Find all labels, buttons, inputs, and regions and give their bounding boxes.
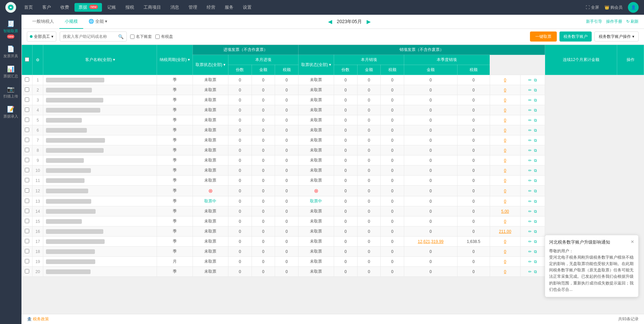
row-checkbox[interactable] bbox=[25, 199, 29, 203]
edit-btn[interactable]: ✏ bbox=[528, 88, 532, 92]
copy-btn[interactable]: ⧉ bbox=[534, 178, 537, 183]
copy-btn[interactable]: ⧉ bbox=[534, 148, 537, 153]
row-checkbox-cell[interactable] bbox=[22, 186, 33, 196]
row-checkbox[interactable] bbox=[25, 87, 29, 92]
sidebar-item-invoice-entry[interactable]: 📝 票据录入 bbox=[1, 103, 20, 122]
prev-month-btn[interactable]: ◀ bbox=[326, 18, 334, 26]
tab-small-scale[interactable]: 小规模 bbox=[59, 15, 83, 29]
nav-manage[interactable]: 管理 bbox=[184, 3, 201, 12]
row-checkbox-cell[interactable] bbox=[22, 135, 33, 145]
copy-btn[interactable]: ⧉ bbox=[534, 138, 537, 143]
copy-btn[interactable]: ⧉ bbox=[534, 118, 537, 123]
row-checkbox-cell[interactable] bbox=[22, 237, 33, 247]
row-checkbox[interactable] bbox=[25, 219, 29, 223]
copy-btn[interactable]: ⧉ bbox=[534, 209, 537, 214]
copy-btn[interactable]: ⧉ bbox=[534, 189, 537, 193]
copy-btn[interactable]: ⧉ bbox=[534, 108, 537, 113]
row-checkbox[interactable] bbox=[25, 77, 29, 82]
copy-btn[interactable]: ⧉ bbox=[534, 269, 537, 274]
app-logo[interactable] bbox=[5, 2, 16, 13]
edit-btn[interactable]: ✏ bbox=[528, 108, 532, 113]
row-checkbox[interactable] bbox=[25, 249, 29, 253]
quick-fetch-button[interactable]: 一键取票 bbox=[530, 31, 557, 42]
copy-btn[interactable]: ⧉ bbox=[534, 239, 537, 244]
edit-btn[interactable]: ✏ bbox=[528, 189, 532, 193]
member-btn[interactable]: 👑 购会员 bbox=[604, 5, 623, 10]
manual-link[interactable]: 操作手册 bbox=[606, 19, 622, 24]
copy-btn[interactable]: ⧉ bbox=[534, 259, 537, 264]
select-all-checkbox[interactable] bbox=[25, 57, 29, 62]
digital-account-ops-button[interactable]: 税务数字账户操作 ▾ bbox=[594, 31, 639, 42]
edit-btn[interactable]: ✏ bbox=[528, 118, 532, 123]
edit-btn[interactable]: ✏ bbox=[528, 98, 532, 103]
edit-btn[interactable]: ✏ bbox=[528, 239, 532, 244]
tab-all[interactable]: 🌐 全能 ▾ bbox=[83, 15, 113, 29]
edit-btn[interactable]: ✏ bbox=[528, 229, 532, 234]
nav-tax[interactable]: 报税 bbox=[121, 3, 138, 12]
row-checkbox-cell[interactable] bbox=[22, 75, 33, 85]
row-checkbox-cell[interactable] bbox=[22, 216, 33, 226]
edit-btn[interactable]: ✏ bbox=[528, 138, 532, 143]
nav-business[interactable]: 工商项目 bbox=[140, 3, 165, 12]
copy-btn[interactable]: ⧉ bbox=[534, 219, 537, 224]
copy-btn[interactable]: ⧉ bbox=[534, 249, 537, 254]
digital-account-button[interactable]: 税务数字账户 bbox=[559, 31, 592, 42]
my-books-checkbox[interactable] bbox=[130, 35, 135, 39]
row-checkbox[interactable] bbox=[25, 158, 29, 162]
nav-client[interactable]: 客户 bbox=[38, 3, 55, 12]
edit-btn[interactable]: ✏ bbox=[528, 78, 532, 82]
row-checkbox-cell[interactable] bbox=[22, 155, 33, 166]
nav-service[interactable]: 服务 bbox=[221, 3, 237, 12]
nav-fee[interactable]: 收费 bbox=[56, 3, 73, 12]
edit-btn[interactable]: ✏ bbox=[528, 148, 532, 153]
row-checkbox-cell[interactable] bbox=[22, 115, 33, 125]
row-checkbox[interactable] bbox=[25, 209, 29, 213]
row-checkbox-cell[interactable] bbox=[22, 105, 33, 115]
edit-btn[interactable]: ✏ bbox=[528, 199, 532, 204]
edit-btn[interactable]: ✏ bbox=[528, 249, 532, 254]
row-checkbox[interactable] bbox=[25, 138, 29, 142]
row-checkbox[interactable] bbox=[25, 269, 29, 273]
row-checkbox-cell[interactable] bbox=[22, 166, 33, 176]
row-checkbox[interactable] bbox=[25, 178, 29, 182]
row-checkbox[interactable] bbox=[25, 239, 29, 243]
edit-btn[interactable]: ✏ bbox=[528, 259, 532, 264]
row-checkbox-cell[interactable] bbox=[22, 267, 33, 277]
row-checkbox-cell[interactable] bbox=[22, 95, 33, 105]
copy-btn[interactable]: ⧉ bbox=[534, 98, 537, 103]
row-checkbox[interactable] bbox=[25, 128, 29, 132]
nav-message[interactable]: 消息 bbox=[166, 3, 183, 12]
sidebar-item-invoice-summary[interactable]: 📊 票据汇总 bbox=[1, 63, 20, 81]
my-books-checkbox-label[interactable]: 名下账套 bbox=[130, 34, 152, 40]
edit-btn[interactable]: ✏ bbox=[528, 158, 532, 163]
row-checkbox-cell[interactable] bbox=[22, 257, 33, 267]
row-checkbox[interactable] bbox=[25, 188, 29, 193]
row-checkbox[interactable] bbox=[25, 108, 29, 112]
nav-settings[interactable]: 设置 bbox=[239, 3, 256, 12]
row-checkbox[interactable] bbox=[25, 118, 29, 122]
row-checkbox[interactable] bbox=[25, 168, 29, 172]
edit-btn[interactable]: ✏ bbox=[528, 269, 532, 274]
sidebar-item-scan-upload[interactable]: 📷 扫描上传 bbox=[1, 83, 20, 102]
edit-btn[interactable]: ✏ bbox=[528, 209, 532, 214]
row-checkbox-cell[interactable] bbox=[22, 145, 33, 155]
nav-home[interactable]: 首页 bbox=[20, 3, 37, 12]
tax-policy-link[interactable]: 🏦 税务政策 bbox=[27, 316, 49, 322]
sidebar-item-invoice-open[interactable]: 📄 发票开具 bbox=[1, 43, 20, 61]
row-checkbox-cell[interactable] bbox=[22, 196, 33, 206]
row-checkbox-cell[interactable] bbox=[22, 247, 33, 257]
edit-btn[interactable]: ✏ bbox=[528, 219, 532, 224]
copy-btn[interactable]: ⧉ bbox=[534, 158, 537, 163]
row-checkbox-cell[interactable] bbox=[22, 206, 33, 216]
nav-operation[interactable]: 经营 bbox=[203, 3, 219, 12]
row-checkbox[interactable] bbox=[25, 98, 29, 102]
fullscreen-btn[interactable]: ⛶ 全屏 bbox=[586, 5, 599, 10]
edit-btn[interactable]: ✏ bbox=[528, 168, 532, 173]
customer-search-input[interactable] bbox=[63, 34, 117, 39]
copy-btn[interactable]: ⧉ bbox=[534, 88, 537, 92]
row-checkbox-cell[interactable] bbox=[22, 176, 33, 186]
nav-accounting[interactable]: 记账 bbox=[103, 3, 120, 12]
has-taxbox-checkbox-label[interactable]: 有税盘 bbox=[155, 34, 173, 40]
sidebar-item-smart-fetch[interactable]: 🧾 智能取票 new bbox=[1, 17, 20, 41]
row-checkbox-cell[interactable] bbox=[22, 85, 33, 95]
